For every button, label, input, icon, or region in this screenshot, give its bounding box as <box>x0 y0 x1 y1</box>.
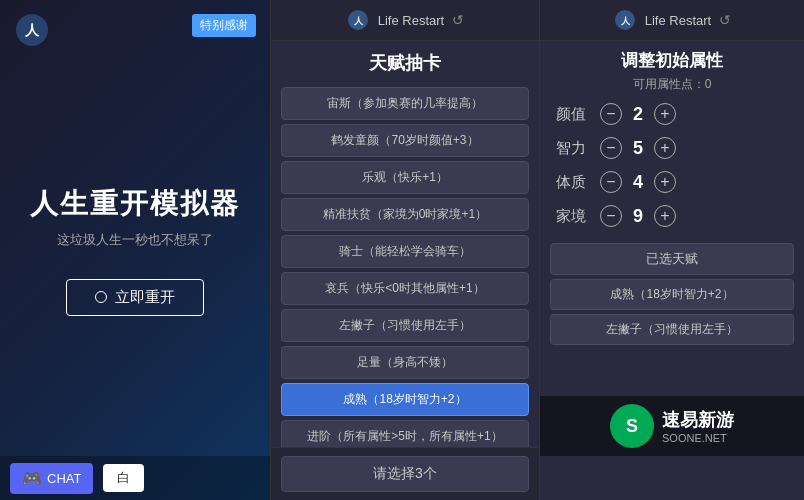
talent-item-7[interactable]: 左撇子（习惯使用左手） <box>281 309 529 342</box>
watermark-en: SOONE.NET <box>662 432 734 444</box>
middle-header: 人 Life Restart ↺ <box>271 0 539 41</box>
attr-value-face: 2 <box>628 104 648 125</box>
talent-item-6[interactable]: 哀兵（快乐<0时其他属性+1） <box>281 272 529 305</box>
attr-value-wealth: 9 <box>628 206 648 227</box>
attr-value-con: 4 <box>628 172 648 193</box>
selected-talents-section: 已选天赋 成熟（18岁时智力+2） 左撇子（习惯使用左手） <box>540 243 804 349</box>
attr-plus-int[interactable]: + <box>654 137 676 159</box>
panel-logo-icon: 人 <box>346 8 370 32</box>
available-points-label: 可用属性点： <box>633 77 705 91</box>
attr-row-int: 智力 − 5 + <box>556 137 788 159</box>
svg-text:人: 人 <box>619 16 630 26</box>
restart-label: 立即重开 <box>115 288 175 307</box>
choose-button[interactable]: 请选择3个 <box>281 456 529 492</box>
attr-controls-int: − 5 + <box>600 137 676 159</box>
app-title: 人生重开模拟器 <box>30 185 240 223</box>
middle-header-title: Life Restart <box>378 13 444 28</box>
attr-plus-face[interactable]: + <box>654 103 676 125</box>
talent-item-10[interactable]: 进阶（所有属性>5时，所有属性+1） <box>281 420 529 447</box>
svg-text:人: 人 <box>24 22 40 38</box>
restart-button[interactable]: 立即重开 <box>66 279 204 316</box>
attr-controls-face: − 2 + <box>600 103 676 125</box>
selected-talent-2: 左撇子（习惯使用左手） <box>550 314 794 345</box>
attr-row-wealth: 家境 − 9 + <box>556 205 788 227</box>
attr-label-int: 智力 <box>556 139 588 158</box>
chat-button[interactable]: 🎮 CHAT <box>10 463 93 494</box>
watermark: S 速易新游 SOONE.NET <box>540 396 804 456</box>
middle-footer: 请选择3个 <box>271 447 539 500</box>
chat-label: CHAT <box>47 471 81 486</box>
right-header-title: Life Restart <box>645 13 711 28</box>
attr-label-wealth: 家境 <box>556 207 588 226</box>
attr-controls-con: − 4 + <box>600 171 676 193</box>
talent-item-9[interactable]: 成熟（18岁时智力+2） <box>281 383 529 416</box>
attr-minus-con[interactable]: − <box>600 171 622 193</box>
selected-talent-1: 成熟（18岁时智力+2） <box>550 279 794 310</box>
talent-item-2[interactable]: 鹤发童颜（70岁时颜值+3） <box>281 124 529 157</box>
attr-row-face: 颜值 − 2 + <box>556 103 788 125</box>
attr-label-face: 颜值 <box>556 105 588 124</box>
attr-minus-int[interactable]: − <box>600 137 622 159</box>
attribute-list: 颜值 − 2 + 智力 − 5 + 体质 − 4 + <box>540 103 804 227</box>
watermark-text: 速易新游 SOONE.NET <box>662 408 734 444</box>
discord-icon: 🎮 <box>22 469 42 488</box>
attr-row-con: 体质 − 4 + <box>556 171 788 193</box>
attr-plus-wealth[interactable]: + <box>654 205 676 227</box>
selected-talents-title: 已选天赋 <box>550 243 794 275</box>
white-label-box: 白 <box>103 464 144 492</box>
attr-minus-wealth[interactable]: − <box>600 205 622 227</box>
right-refresh-icon[interactable]: ↺ <box>719 12 731 28</box>
app-subtitle: 这垃圾人生一秒也不想呆了 <box>57 231 213 249</box>
right-panel-logo-icon: 人 <box>613 8 637 32</box>
attr-plus-con[interactable]: + <box>654 171 676 193</box>
talent-item-1[interactable]: 宙斯（参加奥赛的几率提高） <box>281 87 529 120</box>
watermark-cn: 速易新游 <box>662 408 734 432</box>
refresh-icon[interactable]: ↺ <box>452 12 464 28</box>
left-panel: 人 特别感谢 人生重开模拟器 这垃圾人生一秒也不想呆了 立即重开 🎮 CHAT … <box>0 0 270 500</box>
middle-panel-title: 天赋抽卡 <box>271 41 539 83</box>
available-points: 可用属性点：0 <box>540 76 804 93</box>
attr-value-int: 5 <box>628 138 648 159</box>
restart-circle-icon <box>95 291 107 303</box>
attr-controls-wealth: − 9 + <box>600 205 676 227</box>
right-header: 人 Life Restart ↺ <box>540 0 804 41</box>
bottom-bar-left: 🎮 CHAT 白 <box>0 456 270 500</box>
talent-item-5[interactable]: 骑士（能轻松学会骑车） <box>281 235 529 268</box>
special-thanks-badge: 特别感谢 <box>192 14 256 37</box>
talent-list: 宙斯（参加奥赛的几率提高） 鹤发童颜（70岁时颜值+3） 乐观（快乐+1） 精准… <box>271 83 539 447</box>
talent-item-4[interactable]: 精准扶贫（家境为0时家境+1） <box>281 198 529 231</box>
attr-label-con: 体质 <box>556 173 588 192</box>
middle-panel: 人 Life Restart ↺ 天赋抽卡 宙斯（参加奥赛的几率提高） 鹤发童颜… <box>270 0 540 500</box>
right-panel-title: 调整初始属性 <box>540 41 804 76</box>
attr-minus-face[interactable]: − <box>600 103 622 125</box>
svg-text:人: 人 <box>352 16 363 26</box>
app-logo: 人 <box>14 12 50 48</box>
talent-item-8[interactable]: 足量（身高不矮） <box>281 346 529 379</box>
watermark-logo: S <box>610 404 654 448</box>
right-panel: 人 Life Restart ↺ 调整初始属性 可用属性点：0 颜值 − 2 +… <box>540 0 804 500</box>
available-points-value: 0 <box>705 77 712 91</box>
talent-item-3[interactable]: 乐观（快乐+1） <box>281 161 529 194</box>
